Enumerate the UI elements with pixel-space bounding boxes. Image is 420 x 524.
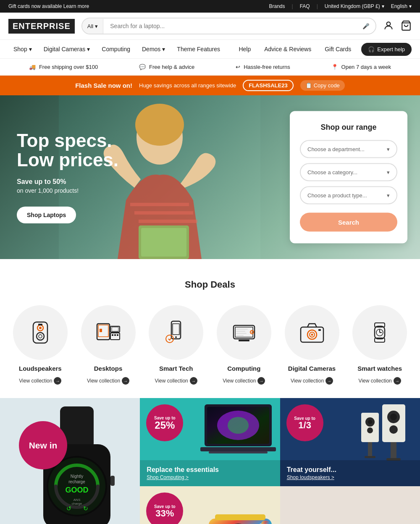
svg-rect-19 [112,334,113,336]
svg-point-32 [251,332,252,333]
computing-save-badge: Save up to 25% [146,404,183,441]
deal-digital-cameras: Digital Cameras View collection → [280,305,344,385]
svg-rect-28 [239,340,249,341]
svg-rect-77 [368,442,372,457]
nav-item-theme-features[interactable]: Theme Features [172,40,225,58]
brands-link[interactable]: Brands [269,3,285,9]
deal-desktops-name: Desktops [94,365,123,372]
copy-icon: 📋 [305,82,312,89]
language-selector[interactable]: English ▾ [391,3,412,9]
returns-icon: ↩ [236,64,240,70]
cart-icon[interactable] [401,20,412,32]
new-in-text: New in [29,440,58,451]
promo-cameras[interactable]: Save up to 33% [140,486,280,524]
category-select[interactable]: Choose a category... ▾ [300,163,397,181]
svg-rect-60 [110,476,115,486]
shop-search-button[interactable]: Search [300,213,397,232]
svg-point-11 [39,335,42,338]
account-icon[interactable] [383,20,394,32]
product-type-select[interactable]: Choose a product type... ▾ [300,186,397,204]
svg-text:recharge: recharge [69,479,86,484]
deal-desktops-link[interactable]: View collection → [87,377,129,385]
hero-section: Top specs. Low prices. Save up to 50% on… [0,95,420,259]
learn-more-link[interactable]: Learn more [63,3,89,9]
computing-shop-link[interactable]: Shop Computing > [147,474,189,480]
svg-point-70 [389,425,398,434]
search-input[interactable] [103,18,357,34]
header-icons [383,20,412,32]
promo-loudspeakers[interactable]: Save up to 1/3 Tre [280,398,420,486]
promo-new-in[interactable]: New in Nightly recharge GOOD [0,398,140,524]
svg-rect-15 [100,329,102,332]
benefit-returns: ↩ Hassle-free returns [236,64,290,70]
faq-link[interactable]: FAQ [300,3,310,9]
flash-code[interactable]: FLASHSALE23 [243,80,293,91]
svg-rect-66 [209,451,268,453]
headset-icon: 🎧 [368,46,375,52]
svg-rect-65 [200,447,276,451]
department-select[interactable]: Choose a department... ▾ [300,140,397,158]
svg-rect-34 [236,331,245,332]
svg-rect-12 [38,324,42,325]
nav-item-computing[interactable]: Computing [97,40,135,58]
flash-sale-bar: Flash Sale now on! Huge savings across a… [0,76,420,95]
flash-title: Flash Sale now on! [75,82,132,89]
svg-rect-36 [236,335,244,336]
deal-smart-tech-link[interactable]: View collection → [155,377,197,385]
deal-watches-link[interactable]: View collection → [359,377,401,385]
promo-computing[interactable]: Save up to 25% [140,398,280,486]
deal-computing: Computing View collection → [212,305,276,385]
deal-digital-cameras-circle[interactable] [285,305,339,360]
computing-promo-text: Replace the essentials Shop Computing > [140,460,280,486]
nav-item-demos[interactable]: Demos ▾ [137,40,170,58]
loudspeakers-save-amount: 1/3 [298,421,311,430]
svg-rect-30 [249,340,251,341]
deal-smart-tech-circle[interactable] [149,305,203,360]
copy-code-button[interactable]: 📋 Copy code [300,80,345,91]
deals-grid: Loudspeakers View collection → [8,305,412,385]
new-in-badge: New in [19,421,67,469]
search-bar: All ▾ 🎤 [81,18,376,34]
cameras-save-amount: 33% [155,509,174,518]
nav-advice[interactable]: Advice & Reviews [261,40,315,58]
loudspeakers-shop-link[interactable]: Shop loudspeakers > [287,474,334,480]
deal-desktops-circle[interactable] [81,305,136,360]
nav-item-shop[interactable]: Shop ▾ [8,40,37,58]
nav-gift-cards[interactable]: Gift Cards [321,40,354,58]
svg-text:GOOD: GOOD [66,486,89,494]
search-category-select[interactable]: All ▾ [82,19,103,34]
deal-loudspeakers: Loudspeakers View collection → [8,305,72,385]
shipping-icon: 🚚 [29,64,36,70]
svg-rect-23 [173,324,179,335]
chevron-down-icon: ▾ [29,46,32,52]
expert-help-button[interactable]: 🎧 Expert help [361,43,412,56]
svg-text:↻: ↻ [83,505,88,512]
camera-icon [297,318,327,347]
svg-point-75 [368,420,372,424]
deal-loudspeakers-link[interactable]: View collection → [19,377,61,385]
chevron-down-icon: ▾ [387,146,390,152]
logo[interactable]: ENTERPRISE [8,19,75,34]
svg-rect-18 [110,333,120,340]
header: ENTERPRISE All ▾ 🎤 [0,13,420,40]
region-selector[interactable]: United Kingdom (GBP £) ▾ [325,3,384,9]
mic-icon[interactable]: 🎤 [357,19,375,34]
deal-desktops: Desktops View collection → [76,305,140,385]
benefit-shipping: 🚚 Free shipping over $100 [29,64,98,70]
svg-point-24 [175,336,177,338]
deal-smart-watches-circle[interactable] [352,305,407,360]
svg-point-10 [37,333,44,340]
nav-help[interactable]: Help [235,40,254,58]
flash-subtitle: Huge savings across all ranges sitewide [139,82,236,89]
arrow-icon: → [122,377,129,385]
deal-computing-link[interactable]: View collection → [223,377,265,385]
deal-cameras-link[interactable]: View collection → [291,377,333,385]
shop-laptops-button[interactable]: Shop Laptops [17,207,76,223]
chevron-down-icon: ▾ [87,46,90,52]
deal-computing-circle[interactable] [217,305,271,360]
deal-smart-watches: Smart watches View collection → [348,305,412,385]
hero-title: Top specs. Low prices. [17,131,134,170]
computing-save-amount: 25% [155,420,175,430]
nav-item-digital-cameras[interactable]: Digital Cameras ▾ [39,40,95,58]
deal-loudspeakers-circle[interactable] [13,305,68,360]
